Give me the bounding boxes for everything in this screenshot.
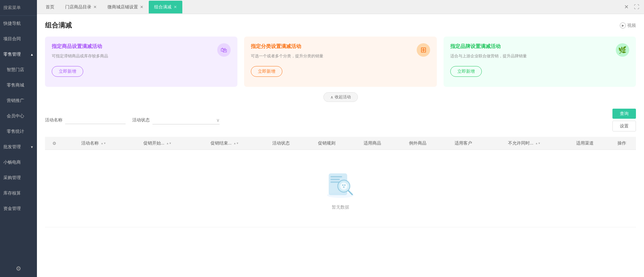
sidebar-item-purchase-mgmt[interactable]: 采购管理 [0, 170, 37, 185]
sidebar-item-smart-store[interactable]: 智慧门店 [0, 62, 37, 77]
col-applicable-customer: 适用客户 [441, 137, 486, 150]
col-activity-name: 活动名称 ▲▼ [64, 137, 124, 150]
col-activity-status-label: 活动状态 [272, 141, 290, 146]
product-activity-title: 指定商品设置满减活动 [52, 43, 231, 50]
col-operation-label: 操作 [617, 141, 626, 146]
col-promo-start: 促销开始... ▲▼ [124, 137, 191, 150]
activity-status-field: 活动状态 ∨ [132, 116, 220, 124]
category-activity-title: 指定分类设置满减活动 [251, 43, 430, 50]
sidebar-settings[interactable]: ⚙ [0, 260, 37, 277]
video-label: 视频 [627, 22, 636, 29]
expand-window-button[interactable]: ⛶ [633, 2, 641, 11]
sidebar-item-retail-mgmt[interactable]: 零售管理 ▲ [0, 47, 37, 62]
sidebar-item-label: 项目合同 [3, 36, 21, 42]
sidebar: 搜索菜单 快捷导航 项目合同 零售管理 ▲ 智慧门店 零售商城 营销推广 会员中… [0, 0, 37, 277]
empty-state: 暂无数据 [48, 153, 633, 224]
category-activity-icon: ⊞ [417, 43, 430, 57]
table-header-row: ⚙ 活动名称 ▲▼ 促销开始... ▲▼ 促销结束... ▲▼ [45, 137, 636, 150]
settings-icon[interactable]: ⚙ [52, 141, 56, 146]
sidebar-item-label: 采购管理 [3, 175, 21, 181]
category-activity-desc: 可选一个或者多个分类，提升分类的销量 [251, 53, 430, 59]
activity-cards: 🛍 指定商品设置满减活动 可指定滞销商品或库存较多商品 立即新增 ⊞ 指定分类设… [45, 37, 636, 87]
tab-combo-discount-label: 组合满减 [154, 4, 172, 10]
brand-activity-add-button[interactable]: 立即新增 [450, 66, 482, 77]
chevron-down-icon: ∨ [216, 117, 220, 123]
chevron-up-icon: ▲ [30, 53, 34, 56]
sidebar-item-member-center[interactable]: 会员中心 [0, 108, 37, 124]
empty-text: 暂无数据 [332, 204, 349, 210]
sidebar-item-project-contract[interactable]: 项目合同 [0, 31, 37, 47]
svg-rect-2 [330, 176, 342, 177]
collapse-label: 收起活动 [335, 94, 351, 100]
product-activity-card: 🛍 指定商品设置满减活动 可指定滞销商品或库存较多商品 立即新增 [45, 37, 237, 87]
empty-state-row: 暂无数据 [45, 150, 636, 227]
sidebar-item-label: 零售统计 [7, 128, 24, 134]
tab-store-catalog-close[interactable]: ✕ [93, 5, 97, 9]
tab-home-label: 首页 [46, 4, 54, 10]
col-activity-name-label: 活动名称 [81, 141, 99, 146]
close-window-button[interactable]: ✕ [623, 2, 630, 11]
video-link[interactable]: ▶ 视频 [620, 22, 636, 29]
tab-wechat-store-close[interactable]: ✕ [140, 5, 143, 9]
svg-point-10 [343, 186, 344, 188]
sidebar-item-retail-mall[interactable]: 零售商城 [0, 77, 37, 93]
brand-activity-desc: 适合与上游企业联合做营销，提升品牌销量 [450, 53, 629, 59]
sidebar-item-label: 资金管理 [3, 206, 21, 212]
col-settings[interactable]: ⚙ [45, 137, 64, 150]
category-activity-card: ⊞ 指定分类设置满减活动 可选一个或者多个分类，提升分类的销量 立即新增 [244, 37, 436, 87]
sidebar-item-label: 零售商城 [7, 82, 24, 88]
sort-arrows-no-concurrent[interactable]: ▲▼ [535, 142, 541, 145]
activity-name-input[interactable] [65, 116, 126, 124]
sidebar-item-inventory-calc[interactable]: 库存核算 [0, 185, 37, 201]
settings-button[interactable]: 设置 [612, 121, 636, 131]
tab-combo-discount-close[interactable]: ✕ [174, 5, 177, 9]
brand-activity-card: 🌿 指定品牌设置满减活动 适合与上游企业联合做营销，提升品牌销量 立即新增 [444, 37, 636, 87]
col-promo-rule-label: 促销规则 [318, 141, 335, 146]
col-promo-end: 促销结束... ▲▼ [191, 137, 258, 150]
sidebar-item-label: 小畅电商 [3, 159, 21, 165]
sidebar-item-marketing[interactable]: 营销推广 [0, 93, 37, 108]
sidebar-item-funds-mgmt[interactable]: 资金管理 [0, 201, 37, 216]
category-activity-add-button[interactable]: 立即新增 [251, 66, 282, 77]
col-promo-rule: 促销规则 [304, 137, 350, 150]
tab-combo-discount[interactable]: 组合满减 ✕ [149, 1, 182, 13]
tab-wechat-store-label: 微商城店铺设置 [107, 4, 138, 10]
sort-arrows-activity-name[interactable]: ▲▼ [101, 142, 106, 145]
col-promo-start-label: 促销开始... [143, 141, 165, 146]
col-operation: 操作 [608, 137, 636, 150]
query-button[interactable]: 查询 [612, 109, 636, 119]
page-header: 组合满减 ▶ 视频 [45, 21, 636, 30]
sidebar-item-quick-nav[interactable]: 快捷导航 [0, 16, 37, 31]
sort-arrows-promo-end[interactable]: ▲▼ [233, 142, 239, 145]
tab-store-catalog[interactable]: 门店商品目录 ✕ [60, 1, 102, 13]
tab-home[interactable]: 首页 [40, 1, 60, 13]
collapse-activity-button[interactable]: ∧ 收起活动 [323, 92, 358, 102]
brand-activity-title: 指定品牌设置满减活动 [450, 43, 629, 50]
sidebar-item-xiaochange-ecom[interactable]: 小畅电商 [0, 155, 37, 170]
sidebar-item-retail-stats[interactable]: 零售统计 [0, 124, 37, 139]
col-activity-status: 活动状态 [258, 137, 304, 150]
activity-name-label: 活动名称 [45, 117, 62, 123]
activity-name-field: 活动名称 [45, 116, 126, 124]
empty-svg [320, 167, 361, 200]
search-bar: 活动名称 活动状态 ∨ 查询 设置 [45, 109, 636, 131]
col-exception-goods-label: 例外商品 [409, 141, 426, 146]
activity-status-select[interactable]: ∨ [152, 116, 220, 124]
sidebar-search[interactable]: 搜索菜单 [0, 0, 37, 16]
product-activity-desc: 可指定滞销商品或库存较多商品 [52, 53, 231, 59]
empty-state-cell: 暂无数据 [45, 150, 636, 227]
activity-status-label: 活动状态 [132, 117, 150, 123]
tab-wechat-store[interactable]: 微商城店铺设置 ✕ [102, 1, 149, 13]
sort-arrows-promo-start[interactable]: ▲▼ [166, 142, 172, 145]
col-applicable-channel: 适用渠道 [562, 137, 608, 150]
content-area: 组合满减 ▶ 视频 🛍 指定商品设置满减活动 可指定滞销商品或库存较多商品 立即… [37, 14, 644, 277]
product-activity-add-button[interactable]: 立即新增 [52, 66, 83, 77]
chevron-up-icon: ∧ [330, 95, 333, 100]
sidebar-item-label: 会员中心 [7, 113, 24, 119]
empty-illustration [320, 167, 361, 200]
tab-bar-actions: ✕ ⛶ [623, 2, 641, 11]
sidebar-item-wholesale-mgmt[interactable]: 批发管理 ▼ [0, 139, 37, 155]
col-applicable-channel-label: 适用渠道 [576, 141, 594, 146]
sidebar-item-label: 快捷导航 [3, 20, 21, 26]
tab-bar: 首页 门店商品目录 ✕ 微商城店铺设置 ✕ 组合满减 ✕ ✕ ⛶ [37, 0, 644, 14]
